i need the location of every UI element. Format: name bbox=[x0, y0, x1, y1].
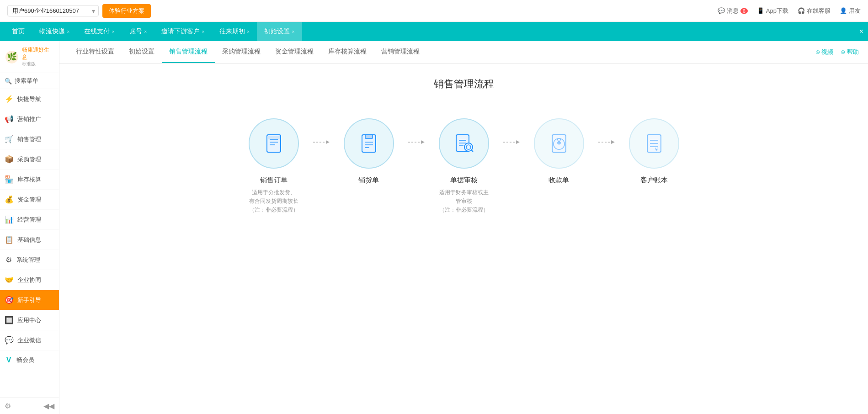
flow-desc-doc-review: 适用于财务审核或主管审核（注：非必要流程） bbox=[439, 188, 489, 215]
sub-tab-industry-settings[interactable]: 行业特性设置 bbox=[69, 41, 122, 63]
flow-item-customer-ledger: ¥ 客户账本 bbox=[618, 118, 691, 188]
video-link[interactable]: ⊙ 视频 bbox=[815, 48, 834, 56]
sidebar-item-sys-mgmt[interactable]: ⚙ 系统管理 bbox=[0, 250, 59, 270]
flow-desc-sales-order: 适用于分批发货、有合同发货周期较长（注：非必要流程） bbox=[249, 188, 298, 215]
sidebar-item-sales-mgmt-label: 销售管理 bbox=[17, 135, 41, 143]
sidebar-item-sales-mgmt[interactable]: 🛒 销售管理 bbox=[0, 129, 59, 149]
flow-circle-receipt[interactable]: ¥ bbox=[534, 118, 584, 169]
nav-tab-logistics[interactable]: 物流快递 × bbox=[32, 22, 77, 41]
user-select-wrap: 用户690企业1660120507 bbox=[7, 5, 99, 16]
nav-tab-logistics-close[interactable]: × bbox=[67, 29, 69, 34]
sidebar-item-quick-nav[interactable]: ⚡ 快捷导航 bbox=[0, 89, 59, 109]
customer-service-item[interactable]: 🎧 在线客服 bbox=[798, 7, 831, 15]
flow-item-doc-review: 单据审核 适用于财务审核或主管审核（注：非必要流程） bbox=[427, 118, 501, 215]
svg-rect-13 bbox=[365, 135, 373, 138]
search-icon: 🔍 bbox=[5, 78, 12, 85]
sales-mgmt-icon: 🛒 bbox=[5, 135, 14, 143]
sidebar-search[interactable]: 🔍 搜索菜单 bbox=[0, 73, 59, 89]
svg-text:¥: ¥ bbox=[654, 147, 658, 152]
new-guide-icon: 🎯 bbox=[5, 296, 14, 304]
sub-tabs: 行业特性设置 初始设置 销售管理流程 采购管理流程 资金管理流程 库存核算流程 … bbox=[59, 41, 868, 64]
nav-close-all-btn[interactable]: × bbox=[859, 27, 863, 36]
nav-tab-init-label: 初始设置 bbox=[264, 27, 290, 36]
sidebar-item-enterprise-coop-label: 企业协同 bbox=[17, 276, 41, 284]
sub-tabs-right: ⊙ 视频 ⊙ 帮助 bbox=[815, 48, 859, 56]
sidebar-item-enterprise-wechat[interactable]: 💬 企业微信 bbox=[0, 330, 59, 350]
sidebar-item-marketing-promo[interactable]: 📢 营销推广 bbox=[0, 109, 59, 129]
message-item[interactable]: 💬 消息 6 bbox=[718, 7, 748, 15]
sidebar-item-basic-info[interactable]: 📋 基础信息 bbox=[0, 230, 59, 250]
message-label: 消息 bbox=[727, 7, 739, 15]
nav-tab-init[interactable]: 初始设置 × bbox=[257, 22, 302, 41]
nav-tab-payment[interactable]: 在线支付 × bbox=[77, 22, 122, 41]
flow-circle-customer-ledger[interactable]: ¥ bbox=[629, 118, 679, 169]
flow-circle-sales-order[interactable] bbox=[249, 118, 299, 169]
nav-tab-account-close[interactable]: × bbox=[144, 29, 147, 34]
nav-tab-period-label: 往来期初 bbox=[219, 27, 245, 36]
flow-label-sales-order: 销售订单 bbox=[260, 176, 288, 185]
nav-tab-payment-label: 在线支付 bbox=[84, 27, 110, 36]
nav-tab-init-close[interactable]: × bbox=[292, 29, 294, 34]
sidebar-item-sys-mgmt-label: 系统管理 bbox=[16, 256, 40, 264]
flow-diagram: 销售订单 适用于分批发货、有合同发货周期较长（注：非必要流程） bbox=[78, 118, 850, 215]
sub-tab-purchase-flow[interactable]: 采购管理流程 bbox=[215, 41, 268, 63]
nav-tabs: 首页 物流快递 × 在线支付 × 账号 × 邀请下游客户 × 往来期初 × 初始… bbox=[0, 22, 868, 41]
ops-mgmt-icon: 📊 bbox=[5, 215, 14, 224]
app-download-item[interactable]: 📱 App下载 bbox=[757, 7, 788, 15]
help-link[interactable]: ⊙ 帮助 bbox=[841, 48, 859, 56]
sub-tab-marketing-flow[interactable]: 营销管理流程 bbox=[374, 41, 427, 63]
nav-tab-period[interactable]: 往来期初 × bbox=[212, 22, 257, 41]
svg-text:🌿: 🌿 bbox=[7, 51, 17, 61]
flow-item-receipt: ¥ 收款单 bbox=[522, 118, 596, 188]
nav-tab-account[interactable]: 账号 × bbox=[122, 22, 154, 41]
settings-bottom-icon[interactable]: ⚙ bbox=[5, 402, 11, 410]
main-layout: 🌿 畅康通好生意 标准版 🔍 搜索菜单 ⚡ 快捷导航 📢 营销推广 🛒 销售管理… bbox=[0, 41, 868, 414]
sidebar-item-ops-mgmt[interactable]: 📊 经营管理 bbox=[0, 210, 59, 230]
flow-label-doc-review: 单据审核 bbox=[450, 176, 478, 185]
sub-tab-init-settings[interactable]: 初始设置 bbox=[122, 41, 162, 63]
logo-brand: 畅康通好生意 bbox=[22, 47, 54, 61]
sidebar-item-enterprise-coop[interactable]: 🤝 企业协同 bbox=[0, 270, 59, 290]
nav-tab-account-label: 账号 bbox=[129, 27, 142, 36]
sidebar-item-purchase-mgmt[interactable]: 📦 采购管理 bbox=[0, 149, 59, 170]
svg-marker-8 bbox=[326, 140, 330, 144]
flow-circle-sales-delivery[interactable] bbox=[344, 118, 394, 169]
marketing-promo-icon: 📢 bbox=[5, 115, 14, 123]
flow-label-receipt: 收款单 bbox=[548, 176, 569, 185]
message-badge: 6 bbox=[740, 8, 748, 14]
flow-arrow-4 bbox=[596, 118, 618, 147]
flow-label-customer-ledger: 客户账本 bbox=[640, 176, 668, 185]
avatar: 👤 bbox=[840, 7, 847, 14]
nav-tab-logistics-label: 物流快递 bbox=[39, 27, 65, 36]
content-area: 行业特性设置 初始设置 销售管理流程 采购管理流程 资金管理流程 库存核算流程 … bbox=[59, 41, 868, 414]
sidebar-item-marketing-promo-label: 营销推广 bbox=[17, 115, 41, 123]
svg-marker-24 bbox=[516, 140, 520, 144]
nav-tab-invite-close[interactable]: × bbox=[202, 29, 204, 34]
sidebar-item-app-center[interactable]: 🔲 应用中心 bbox=[0, 310, 59, 330]
flow-item-sales-delivery: 销货单 bbox=[332, 118, 405, 188]
sidebar-item-finance-mgmt[interactable]: 💰 资金管理 bbox=[0, 190, 59, 210]
collapse-icon[interactable]: ◀◀ bbox=[43, 402, 54, 410]
nav-tab-payment-close[interactable]: × bbox=[112, 29, 114, 34]
sub-tab-inventory-flow[interactable]: 库存核算流程 bbox=[321, 41, 374, 63]
sub-tab-sales-flow[interactable]: 销售管理流程 bbox=[162, 41, 215, 63]
sidebar-item-inventory[interactable]: 🏪 库存核算 bbox=[0, 170, 59, 190]
svg-line-22 bbox=[471, 150, 473, 152]
trial-btn[interactable]: 体验行业方案 bbox=[102, 4, 151, 18]
user-avatar-item[interactable]: 👤 用友 bbox=[840, 7, 861, 15]
flow-label-sales-delivery: 销货单 bbox=[358, 176, 379, 185]
flow-arrow-2 bbox=[405, 118, 427, 147]
sidebar-item-new-guide[interactable]: 🎯 新手引导 bbox=[0, 290, 59, 310]
logo-icon: 🌿 bbox=[5, 50, 19, 64]
nav-tab-period-close[interactable]: × bbox=[247, 29, 250, 34]
top-bar-right: 💬 消息 6 📱 App下载 🎧 在线客服 👤 用友 bbox=[718, 7, 861, 15]
flow-item-sales-order: 销售订单 适用于分批发货、有合同发货周期较长（注：非必要流程） bbox=[237, 118, 310, 215]
sidebar-item-member[interactable]: V 畅会员 bbox=[0, 350, 59, 370]
nav-tab-home[interactable]: 首页 bbox=[5, 22, 32, 41]
sub-tab-finance-flow[interactable]: 资金管理流程 bbox=[268, 41, 321, 63]
sidebar-item-basic-info-label: 基础信息 bbox=[17, 236, 41, 244]
user-label: 用友 bbox=[849, 7, 861, 15]
nav-tab-invite[interactable]: 邀请下游客户 × bbox=[154, 22, 212, 41]
flow-circle-doc-review[interactable] bbox=[439, 118, 489, 169]
user-select[interactable]: 用户690企业1660120507 bbox=[7, 5, 99, 16]
